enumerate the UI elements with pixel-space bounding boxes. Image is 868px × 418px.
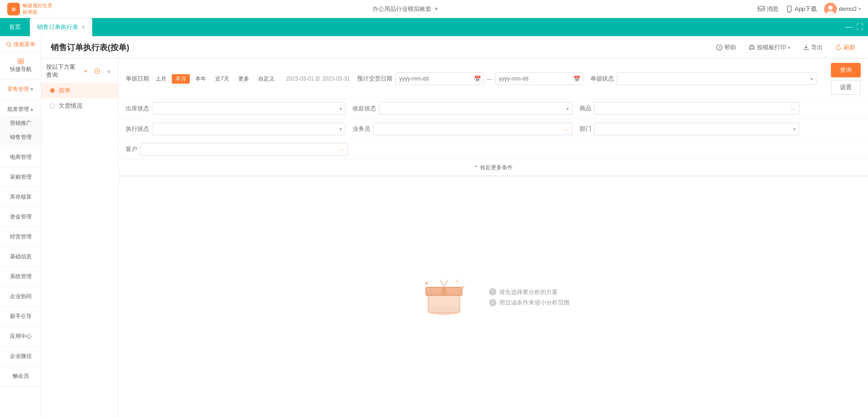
left-panel-edit-btn[interactable] [93, 66, 102, 76]
refresh-btn[interactable]: 刷新 [832, 42, 859, 53]
date-to-input[interactable] [495, 72, 583, 85]
print-dropdown-arrow[interactable]: ▾ [788, 45, 790, 50]
expected-date-section: 预计交货日期 📅 — 📅 [357, 72, 583, 85]
product-input[interactable]: ··· [594, 102, 799, 115]
collapse-btn[interactable]: ⌃ 收起更多条件 [468, 162, 518, 173]
sidebar-sub-sales[interactable]: 销售管理 [0, 130, 41, 144]
execution-select[interactable] [152, 123, 345, 135]
status-select-wrapper: ▾ [617, 72, 816, 85]
search-icon [6, 42, 12, 48]
svg-text:✦: ✦ [424, 280, 429, 287]
sidebar-item-quick-nav[interactable]: 快捷导航 [0, 54, 41, 76]
product-label: 商品 [580, 104, 591, 113]
sidebar-item-wholesale[interactable]: 批发管理 ▲ [0, 102, 41, 116]
sidebar: 搜索菜单 快捷导航 零售管理 ▼ 批发管理 ▲ [0, 36, 42, 418]
svg-text:?: ? [718, 46, 720, 50]
date-tab-lastmonth[interactable]: 上月 [152, 74, 170, 84]
left-panel-add-btn[interactable]: + [81, 66, 90, 76]
product-more-icon[interactable]: ··· [790, 105, 795, 112]
sidebar-system-section: 系统管理 [0, 267, 41, 287]
wholesale-arrow: ▲ [30, 107, 34, 112]
sidebar-item-enterprise[interactable]: 企业协同 [0, 290, 41, 304]
user-avatar [824, 3, 837, 15]
svg-point-6 [828, 5, 833, 10]
sidebar-search-item[interactable]: 搜索菜单 [0, 36, 41, 52]
sidebar-item-newbie[interactable]: 新手引导 [0, 309, 41, 323]
sidebar-item-purchase[interactable]: 采购管理 [0, 170, 41, 184]
sidebar-item-ops[interactable]: 经营管理 [0, 230, 41, 244]
wholesale-sub: 营销推广 销售管理 [0, 116, 41, 144]
tab-active[interactable]: 销售订单执行表 × [30, 18, 92, 36]
sidebar-item-system[interactable]: 系统管理 [0, 270, 41, 284]
customer-input[interactable]: ··· [140, 143, 348, 156]
sidebar-item-inventory[interactable]: 库存核算 [0, 190, 41, 204]
sidebar-finance-section: 资金管理 [0, 207, 41, 227]
sidebar-item-basic[interactable]: 基础信息 [0, 250, 41, 264]
content-wrapper: 按以下方案查询 + « [42, 58, 868, 418]
sidebar-item-retail[interactable]: 零售管理 ▼ [0, 82, 41, 96]
sidebar-item-apps[interactable]: 应用中心 [0, 329, 41, 343]
execution-label: 执行状态 [126, 125, 149, 133]
marketing-label: 营销推广 [10, 119, 32, 127]
mobile-icon [786, 5, 793, 13]
top-bar-left: 好 畅捷通好生意 标准版 [7, 3, 52, 15]
sidebar-item-finance[interactable]: 资金管理 [0, 210, 41, 224]
order-item-label: 按单 [59, 86, 71, 95]
date-tab-7days[interactable]: 近7天 [212, 74, 233, 84]
left-panel-item-stock[interactable]: 欠货情况 [42, 98, 118, 114]
finance-label: 资金管理 [10, 213, 32, 221]
customer-more-icon[interactable]: ··· [339, 146, 344, 153]
salesperson-input[interactable]: ··· [373, 123, 572, 135]
main-layout: 搜索菜单 快捷导航 零售管理 ▼ 批发管理 ▲ [0, 36, 868, 418]
order-item-icon [49, 87, 56, 94]
content-area: 销售订单执行表(按单) ? 帮助 [42, 36, 868, 418]
tab-home[interactable]: 首页 [0, 18, 30, 36]
user-dropdown-arrow: ▾ [859, 6, 861, 11]
help-btn[interactable]: ? 帮助 [712, 42, 740, 53]
left-panel-collapse-btn[interactable]: « [104, 66, 113, 76]
tab-maximize-icon[interactable]: ⛶ [856, 23, 863, 31]
ecom-label: 电商管理 [10, 153, 32, 161]
filter-toolbar: 单据日期 上月 本月 本年 近7天 更多 自定义 2023-03-01 至 20… [118, 58, 868, 176]
execution-select-wrapper: ▾ [152, 123, 345, 135]
sidebar-item-wechat[interactable]: 企业微信 [0, 349, 41, 363]
basic-label: 基础信息 [10, 253, 32, 261]
receipt-select[interactable] [379, 102, 572, 115]
date-filter-label: 单据日期 [126, 75, 149, 83]
action-column: 查询 设置 [831, 63, 861, 95]
date-tab-more[interactable]: 更多 [235, 74, 253, 84]
sidebar-search-label: 搜索菜单 [14, 41, 35, 48]
user-info[interactable]: demo2 ▾ [824, 3, 861, 15]
empty-hint-1: 1 请先选择要分析的方案 [489, 287, 570, 297]
svg-line-9 [10, 46, 11, 47]
date-tab-thismonth[interactable]: 本月 [172, 74, 190, 84]
outbound-select[interactable] [152, 102, 345, 115]
enterprise-label: 企业协同 [10, 293, 32, 300]
department-select-wrapper: ▾ [594, 123, 799, 135]
print-btn[interactable]: 按模板打印 ▾ [745, 42, 794, 53]
department-select[interactable] [594, 123, 799, 135]
app-download-btn[interactable]: App下载 [786, 5, 817, 13]
company-dropdown-arrow[interactable]: ▾ [435, 5, 438, 12]
tab-minimize-icon[interactable]: — [845, 23, 853, 31]
stock-item-icon [49, 102, 56, 109]
main-content: 单据日期 上月 本月 本年 近7天 更多 自定义 2023-03-01 至 20… [118, 58, 868, 418]
message-btn[interactable]: 消息 [758, 5, 778, 13]
date-tab-thisyear[interactable]: 本年 [192, 74, 210, 84]
tab-close-btn[interactable]: × [82, 24, 85, 30]
date-from-input[interactable] [395, 72, 483, 85]
export-btn[interactable]: 导出 [799, 42, 826, 53]
query-button[interactable]: 查询 [831, 63, 861, 77]
sidebar-sub-marketing[interactable]: 营销推广 [0, 116, 41, 130]
sidebar-item-member[interactable]: 畅会员 [0, 369, 41, 383]
sidebar-item-ecom[interactable]: 电商管理 [0, 150, 41, 164]
date-tab-custom[interactable]: 自定义 [255, 74, 278, 84]
svg-point-15 [97, 71, 98, 72]
ops-label: 经营管理 [10, 233, 32, 241]
tab-bar: 首页 销售订单执行表 × — ⛶ [0, 18, 868, 36]
status-select[interactable] [617, 72, 816, 85]
left-panel-item-order[interactable]: 按单 [42, 83, 118, 98]
member-label: 畅会员 [13, 372, 29, 380]
settings-button[interactable]: 设置 [831, 80, 861, 95]
salesperson-more-icon[interactable]: ··· [563, 126, 568, 133]
